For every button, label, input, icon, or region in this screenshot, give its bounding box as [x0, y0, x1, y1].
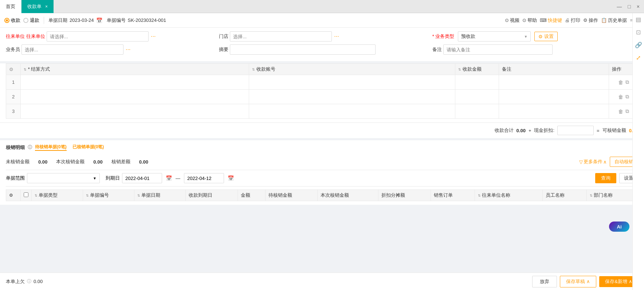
help-action[interactable]: ⊙ 帮助	[522, 17, 537, 24]
verify-actions: ▽ 更多条件 ∧ 自动核销	[579, 157, 638, 167]
row-2-delete-icon[interactable]: 🗑	[618, 94, 623, 100]
maximize-button[interactable]: □	[626, 4, 632, 9]
doc-date-label: 单据日期	[48, 17, 67, 24]
gear-icon: ⚙	[538, 34, 543, 39]
row-2-remark[interactable]	[499, 90, 609, 104]
row-1-amount[interactable]	[455, 75, 499, 90]
shortcut-action[interactable]: ⌨ 快捷键	[540, 17, 562, 24]
print-action[interactable]: 🖨 打印	[565, 17, 580, 24]
help-icon: ⊙	[522, 17, 526, 23]
salesperson-more-button[interactable]: ···	[123, 46, 133, 53]
counterparty-more-button[interactable]: ···	[149, 33, 158, 40]
remark-field: 备注	[432, 44, 638, 55]
row-1-delete-icon[interactable]: 🗑	[618, 79, 623, 85]
discard-button[interactable]: 放弃	[532, 276, 557, 287]
col-settings-header[interactable]: ⚙	[6, 64, 21, 75]
store-more-button[interactable]: ···	[332, 33, 341, 40]
ai-badge[interactable]: Ai	[609, 222, 629, 232]
verify-tab-done[interactable]: 已核销单据(0笔)	[72, 144, 104, 151]
bottom-col-current: 本次核销金额	[318, 190, 378, 201]
verify-tab-pending[interactable]: 待核销单据(0笔)	[35, 144, 67, 151]
select-all-checkbox[interactable]	[24, 192, 28, 197]
due-start-input[interactable]	[122, 173, 162, 183]
row-1-remark[interactable]	[499, 75, 609, 90]
tab-close-icon[interactable]: ×	[45, 4, 48, 9]
filter-row: 单据范围 ▼ 到期日 📅 — 📅 查询 设置	[6, 170, 638, 187]
row-3-settlement[interactable]	[21, 104, 249, 119]
tab-active[interactable]: 收款单 ×	[21, 0, 54, 13]
summary-row: 收款合计 0.00 + 现金折扣: = 可核销金额 0.00	[0, 122, 644, 138]
business-type-select[interactable]: 预收款 ▼	[458, 31, 531, 42]
diff-value: 0.00	[139, 159, 148, 165]
salesperson-input[interactable]	[21, 44, 123, 55]
sidebar-expand-icon[interactable]: ⤢	[636, 54, 641, 61]
row-1-account[interactable]	[249, 75, 455, 90]
store-field: 门店 ···	[219, 31, 425, 42]
query-button[interactable]: 查询	[595, 173, 616, 183]
row-2-copy-icon[interactable]: ⧉	[625, 94, 629, 100]
receipt-radio[interactable]: 收款	[4, 17, 20, 24]
bottom-col-checkbox[interactable]	[21, 190, 32, 201]
row-3-delete-icon[interactable]: 🗑	[618, 109, 623, 114]
doc-no-field: 单据编号 SK-20230324-001	[107, 17, 166, 24]
row-num-3: 3	[6, 104, 21, 119]
row-2-amount[interactable]	[455, 90, 499, 104]
row-2-account[interactable]	[249, 90, 455, 104]
video-icon: ⊙	[505, 17, 509, 23]
business-type-value: 预收款	[461, 33, 475, 40]
col-remark-header: 备注	[499, 64, 609, 75]
ai-label: Ai	[617, 224, 622, 230]
bottom-col-counterparty: ⇅ 往来单位名称	[475, 190, 542, 201]
prev-label: 本单上欠	[6, 278, 25, 285]
remark-input[interactable]	[443, 44, 553, 55]
footer-info-icon[interactable]: ⓘ	[27, 278, 31, 285]
sidebar-grid-icon[interactable]: ⊡	[636, 29, 641, 36]
main-form: 往来单位 往来单位 ··· 门店 ··· * 业务类型 预收款 ▼ ⚙ 设置 业…	[0, 28, 644, 63]
doc-date-value: 2023-03-24	[70, 17, 94, 23]
row-3-account[interactable]	[249, 104, 455, 119]
save-draft-button[interactable]: 保存草稿 ∧	[560, 276, 596, 287]
receipt-radio-label: 收款	[11, 17, 20, 24]
receipt-refund-group: 收款 退款	[4, 17, 39, 24]
toolbar-right: ⊙ 视频 ⊙ 帮助 ⌨ 快捷键 🖨 打印 ⚙ 操作 📋 历史单据 ≡ ⊞	[505, 17, 640, 24]
refund-radio[interactable]: 退款	[23, 17, 39, 24]
calendar-icon[interactable]: 📅	[96, 17, 102, 23]
range-select[interactable]: ▼	[27, 173, 100, 183]
due-end-calendar-icon[interactable]: 📅	[228, 175, 234, 181]
due-end-input[interactable]	[184, 173, 224, 183]
tab-bar: 首页 收款单 × — □ ×	[0, 0, 644, 13]
tab-home[interactable]: 首页	[0, 0, 21, 13]
row-2-settlement[interactable]	[21, 90, 249, 104]
table-row: 1 🗑 ⧉	[6, 75, 638, 90]
setting-button[interactable]: ⚙ 设置	[534, 32, 558, 41]
sidebar-link-icon[interactable]: 🔗	[635, 42, 642, 48]
discount-input[interactable]	[557, 126, 594, 135]
bottom-col-settings[interactable]: ⚙	[6, 190, 21, 201]
table-row: 2 🗑 ⧉	[6, 90, 638, 104]
video-action[interactable]: ⊙ 视频	[505, 17, 519, 24]
store-input[interactable]	[230, 31, 332, 42]
row-3-amount[interactable]	[455, 104, 499, 119]
counterparty-input[interactable]	[47, 31, 149, 42]
table-settings-icon[interactable]: ⚙	[9, 67, 13, 72]
col-amount-header: ⇅ 收款金额	[455, 64, 499, 75]
unclaimed-label: 未核销金额	[6, 158, 30, 165]
bottom-col-pending: 待核销金额	[265, 190, 318, 201]
history-action[interactable]: 📋 历史单据	[601, 17, 627, 24]
more-conditions-button[interactable]: ▽ 更多条件 ∧	[579, 158, 607, 165]
summary-input[interactable]	[230, 44, 376, 55]
due-start-calendar-icon[interactable]: 📅	[166, 175, 172, 181]
verify-info-icon[interactable]: ⓘ	[28, 144, 32, 150]
doc-no-value: SK-20230324-001	[128, 17, 166, 23]
total-label: 收款合计	[495, 127, 514, 134]
row-3-remark[interactable]	[499, 104, 609, 119]
verify-section: 核销明细 ⓘ 待核销单据(0笔) 已核销单据(0笔) 未核销金额 0.00 本次…	[0, 140, 644, 205]
operation-action[interactable]: ⚙ 操作	[583, 17, 598, 24]
sidebar-table-icon[interactable]: ▤	[636, 16, 641, 23]
row-1-settlement[interactable]	[21, 75, 249, 90]
row-1-copy-icon[interactable]: ⧉	[625, 79, 629, 85]
minimize-button[interactable]: —	[615, 4, 623, 9]
row-3-copy-icon[interactable]: ⧉	[625, 108, 629, 114]
help-label: 帮助	[527, 17, 537, 24]
close-button[interactable]: ×	[635, 4, 641, 9]
